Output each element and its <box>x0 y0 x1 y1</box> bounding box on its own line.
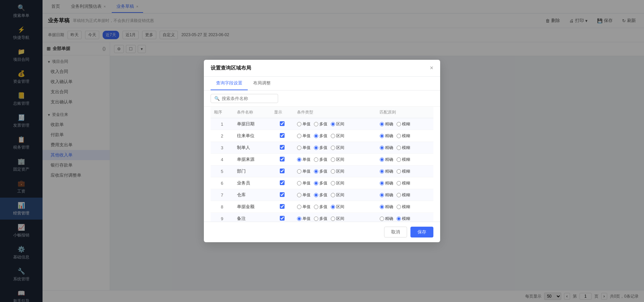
display-checkbox[interactable] <box>280 169 285 173</box>
type-radio-item[interactable]: 单值 <box>297 121 311 127</box>
match-radio-item[interactable]: 精确 <box>380 133 393 139</box>
type-radio-item[interactable]: 区间 <box>331 145 344 151</box>
type-radio-item[interactable]: 单值 <box>297 216 311 222</box>
match-radio-item[interactable]: 模糊 <box>397 169 410 174</box>
cancel-button[interactable]: 取消 <box>384 227 407 237</box>
cell-display <box>271 189 294 201</box>
display-checkbox[interactable] <box>280 204 285 209</box>
cell-display <box>271 118 294 130</box>
match-radio-item[interactable]: 精确 <box>380 121 393 127</box>
table-row: 8单据金额单值多值区间精确模糊 <box>211 201 433 213</box>
modal-save-button[interactable]: 保存 <box>410 227 433 237</box>
display-checkbox[interactable] <box>280 192 285 197</box>
modal-tab-query[interactable]: 查询字段设置 <box>211 77 248 90</box>
match-radio-item[interactable]: 模糊 <box>397 204 410 210</box>
type-radio-item[interactable]: 单值 <box>297 180 311 186</box>
type-radio-item[interactable]: 单值 <box>297 169 311 174</box>
modal-tab-layout[interactable]: 布局调整 <box>248 77 276 90</box>
match-radio-label: 模糊 <box>402 180 410 186</box>
match-radio-item[interactable]: 模糊 <box>397 216 410 222</box>
type-radio-item[interactable]: 区间 <box>331 133 344 139</box>
cell-order: 1 <box>211 118 234 130</box>
cell-display <box>271 130 294 142</box>
type-radio-item[interactable]: 区间 <box>331 169 344 174</box>
match-radio-item[interactable]: 模糊 <box>397 157 410 162</box>
radio-label: 多值 <box>319 145 327 151</box>
type-radio-item[interactable]: 区间 <box>331 180 344 186</box>
type-radio-item[interactable]: 多值 <box>314 133 327 139</box>
cell-match: 精确模糊 <box>376 177 433 189</box>
radio-label: 区间 <box>336 169 344 174</box>
match-radio-item[interactable]: 精确 <box>380 180 393 186</box>
match-radio-item[interactable]: 精确 <box>380 204 393 210</box>
radio-label: 单值 <box>302 169 311 174</box>
modal-overlay[interactable]: 设置查询区域布局 × 查询字段设置 布局调整 🔍 顺序 条件名称 显示 <box>0 0 644 302</box>
radio-label: 单值 <box>302 192 311 198</box>
radio-label: 单值 <box>302 216 311 222</box>
radio-label: 多值 <box>319 157 327 162</box>
modal-search-input[interactable] <box>222 96 272 101</box>
cell-name: 单据金额 <box>234 201 271 213</box>
match-radio-label: 模糊 <box>402 169 410 174</box>
match-radio-label: 精确 <box>385 180 393 186</box>
type-radio-item[interactable]: 多值 <box>314 169 327 174</box>
table-row: 7仓库单值多值区间精确模糊 <box>211 189 433 201</box>
radio-label: 区间 <box>336 204 344 210</box>
modal: 设置查询区域布局 × 查询字段设置 布局调整 🔍 顺序 条件名称 显示 <box>204 60 440 242</box>
modal-table-wrap: 顺序 条件名称 显示 条件类型 匹配原则 1单据日期单值多值区间精确模糊2往来单… <box>204 107 440 222</box>
match-radio-label: 模糊 <box>402 204 410 210</box>
display-checkbox[interactable] <box>280 133 285 138</box>
match-radio-item[interactable]: 模糊 <box>397 145 410 151</box>
type-radio-item[interactable]: 多值 <box>314 180 327 186</box>
display-checkbox[interactable] <box>280 157 285 161</box>
modal-close-button[interactable]: × <box>430 65 433 72</box>
type-radio-item[interactable]: 多值 <box>314 157 327 162</box>
match-radio-item[interactable]: 模糊 <box>397 121 410 127</box>
table-row: 5部门单值多值区间精确模糊 <box>211 166 433 177</box>
match-radio-item[interactable]: 精确 <box>380 157 393 162</box>
match-radio-item[interactable]: 模糊 <box>397 180 410 186</box>
match-radio-item[interactable]: 精确 <box>380 192 393 198</box>
type-radio-item[interactable]: 单值 <box>297 145 311 151</box>
display-checkbox[interactable] <box>280 145 285 150</box>
type-radio-item[interactable]: 区间 <box>331 192 344 198</box>
cell-display <box>271 142 294 154</box>
col-order: 顺序 <box>211 107 234 118</box>
type-radio-item[interactable]: 多值 <box>314 192 327 198</box>
cell-match: 精确模糊 <box>376 213 433 222</box>
type-radio-item[interactable]: 单值 <box>297 192 311 198</box>
display-checkbox[interactable] <box>280 121 285 126</box>
type-radio-item[interactable]: 单值 <box>297 157 311 162</box>
match-radio-item[interactable]: 精确 <box>380 169 393 174</box>
cell-type: 单值多值区间 <box>294 177 377 189</box>
table-row: 9备注单值多值区间精确模糊 <box>211 213 433 222</box>
type-radio-item[interactable]: 区间 <box>331 157 344 162</box>
match-radio-item[interactable]: 模糊 <box>397 133 410 139</box>
cell-type: 单值多值区间 <box>294 166 377 177</box>
display-checkbox[interactable] <box>280 180 285 185</box>
radio-label: 区间 <box>336 133 344 139</box>
cell-match: 精确模糊 <box>376 118 433 130</box>
type-radio-item[interactable]: 区间 <box>331 216 344 222</box>
cell-type: 单值多值区间 <box>294 118 377 130</box>
type-radio-item[interactable]: 多值 <box>314 145 327 151</box>
modal-table: 顺序 条件名称 显示 条件类型 匹配原则 1单据日期单值多值区间精确模糊2往来单… <box>211 107 433 222</box>
match-radio-item[interactable]: 模糊 <box>397 192 410 198</box>
cell-order: 6 <box>211 177 234 189</box>
display-checkbox[interactable] <box>280 216 285 221</box>
match-radio-item[interactable]: 精确 <box>380 145 393 151</box>
modal-footer: 取消 保存 <box>204 222 440 242</box>
cell-match: 精确模糊 <box>376 154 433 166</box>
type-radio-item[interactable]: 单值 <box>297 133 311 139</box>
table-row: 4单据来源单值多值区间精确模糊 <box>211 154 433 166</box>
type-radio-item[interactable]: 多值 <box>314 121 327 127</box>
cell-display <box>271 201 294 213</box>
type-radio-item[interactable]: 区间 <box>331 121 344 127</box>
type-radio-item[interactable]: 单值 <box>297 204 311 210</box>
type-radio-item[interactable]: 多值 <box>314 216 327 222</box>
match-radio-item[interactable]: 精确 <box>380 216 393 222</box>
type-radio-item[interactable]: 区间 <box>331 204 344 210</box>
col-type: 条件类型 <box>294 107 377 118</box>
type-radio-item[interactable]: 多值 <box>314 204 327 210</box>
radio-label: 区间 <box>336 121 344 127</box>
